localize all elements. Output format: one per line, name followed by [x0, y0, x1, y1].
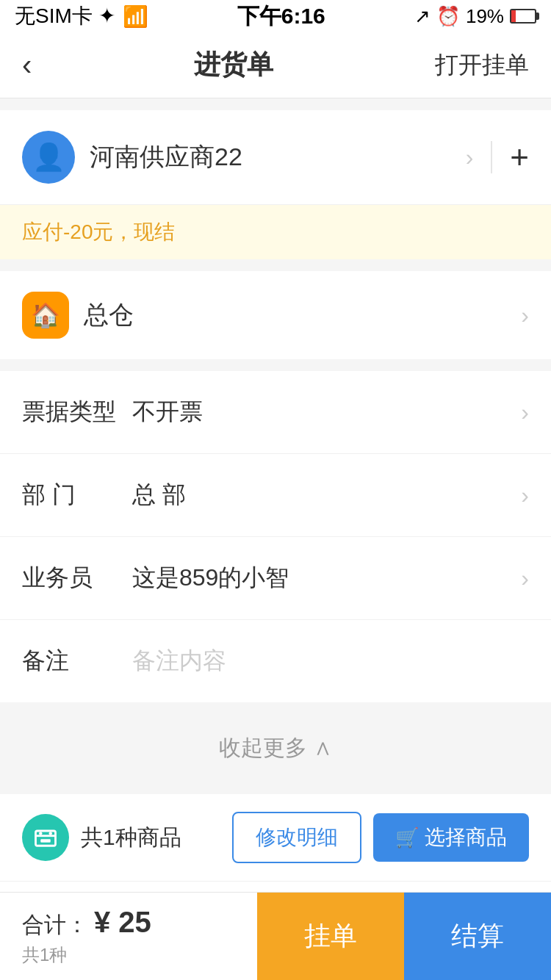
- add-supplier-button[interactable]: +: [510, 139, 529, 176]
- select-product-button[interactable]: 🛒 选择商品: [373, 813, 529, 862]
- department-value: 总 部: [132, 479, 521, 511]
- bottom-bar: 合计： ¥ 25 共1种 挂单 结算: [0, 892, 551, 980]
- back-button[interactable]: ‹: [22, 48, 32, 82]
- warehouse-name: 总仓: [84, 298, 521, 332]
- invoice-type-label: 票据类型: [22, 396, 125, 428]
- alarm-icon: ⏰: [436, 5, 460, 28]
- remark-row[interactable]: 备注 备注内容: [0, 620, 551, 702]
- total-row: 合计： ¥ 25: [22, 906, 235, 940]
- product-header-icon: [22, 814, 69, 861]
- department-chevron-icon: ›: [521, 482, 529, 509]
- invoice-type-row[interactable]: 票据类型 不开票 ›: [0, 371, 551, 454]
- total-count: 共1种: [22, 943, 235, 967]
- warehouse-section: 🏠 总仓 ›: [0, 271, 551, 359]
- remark-label: 备注: [22, 645, 125, 677]
- total-label: 合计：: [22, 910, 88, 940]
- department-row[interactable]: 部 门 总 部 ›: [0, 454, 551, 537]
- location-icon: ↗: [414, 5, 431, 28]
- wifi-icon: 📶: [123, 4, 148, 29]
- hold-button[interactable]: 挂单: [257, 893, 404, 981]
- supplier-name: 河南供应商22: [90, 140, 466, 174]
- supplier-avatar-icon: 👤: [32, 142, 65, 173]
- supplier-section: 👤 河南供应商22 › + 应付-20元，现结: [0, 110, 551, 259]
- product-header: 共1种商品 修改明细 🛒 选择商品: [0, 794, 551, 882]
- warehouse-chevron-icon: ›: [521, 302, 529, 329]
- salesperson-value: 这是859的小智: [132, 562, 521, 594]
- salesperson-chevron-icon: ›: [521, 565, 529, 592]
- signal-text: 无SIM卡 ✦: [15, 2, 115, 30]
- salesperson-row[interactable]: 业务员 这是859的小智 ›: [0, 537, 551, 620]
- total-amount: ¥ 25: [94, 906, 151, 939]
- department-label: 部 门: [22, 479, 125, 511]
- form-section: 票据类型 不开票 › 部 门 总 部 › 业务员 这是859的小智 › 备注 备…: [0, 371, 551, 702]
- warehouse-row[interactable]: 🏠 总仓 ›: [0, 271, 551, 359]
- supplier-divider: [491, 141, 492, 173]
- nav-bar: ‹ 进货单 打开挂单: [0, 32, 551, 98]
- total-section: 合计： ¥ 25 共1种: [0, 906, 257, 967]
- collapse-label: 收起更多 ∧: [219, 735, 331, 760]
- invoice-type-value: 不开票: [132, 396, 521, 428]
- svg-rect-3: [40, 839, 51, 843]
- invoice-type-chevron-icon: ›: [521, 399, 529, 426]
- remark-input[interactable]: 备注内容: [132, 645, 529, 677]
- cart-icon: 🛒: [395, 826, 419, 849]
- battery-icon: [510, 9, 536, 24]
- warehouse-icon: 🏠: [22, 292, 69, 339]
- salesperson-label: 业务员: [22, 562, 125, 594]
- supplier-row[interactable]: 👤 河南供应商22 › +: [0, 110, 551, 205]
- status-time: 下午6:16: [237, 1, 325, 32]
- notice-text: 应付-20元，现结: [22, 220, 175, 243]
- notice-bar: 应付-20元，现结: [0, 205, 551, 259]
- product-count: 共1种商品: [81, 823, 232, 853]
- battery-text: 19%: [466, 5, 504, 28]
- svg-point-2: [49, 832, 53, 835]
- supplier-avatar: 👤: [22, 131, 75, 184]
- supplier-chevron-icon: ›: [466, 144, 474, 171]
- status-bar: 无SIM卡 ✦ 📶 下午6:16 ↗ ⏰ 19%: [0, 0, 551, 32]
- select-product-label: 选择商品: [425, 824, 507, 851]
- edit-detail-button[interactable]: 修改明细: [232, 812, 361, 863]
- page-title: 进货单: [194, 47, 273, 83]
- status-left: 无SIM卡 ✦ 📶: [15, 2, 148, 30]
- open-hold-button[interactable]: 打开挂单: [435, 49, 529, 82]
- svg-rect-0: [36, 831, 56, 846]
- svg-point-1: [39, 832, 43, 835]
- collapse-bar[interactable]: 收起更多 ∧: [0, 714, 551, 782]
- warehouse-icon-glyph: 🏠: [31, 301, 60, 329]
- status-right: ↗ ⏰ 19%: [414, 5, 536, 28]
- checkout-button[interactable]: 结算: [404, 893, 551, 981]
